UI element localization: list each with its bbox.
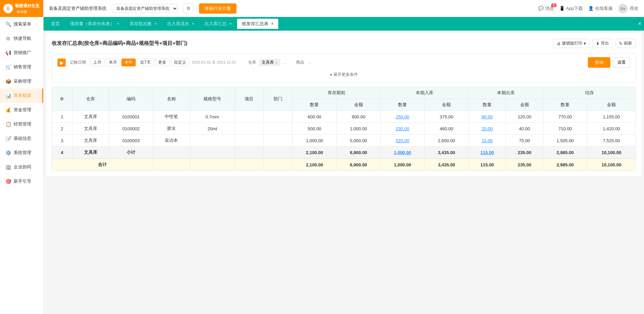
- sidebar-item-label: 搜索菜单: [14, 21, 31, 27]
- row-out-qty[interactable]: 20.00: [468, 123, 506, 135]
- tabbar: 首页 现存量（库存分布表） × 库存批次账 × 出入库流水 × 出入库汇总 × …: [44, 17, 644, 31]
- goods-more[interactable]: ...: [308, 60, 311, 65]
- tab-batch-ledger-label: 库存批次账: [130, 21, 152, 27]
- col-project-header: 项目: [235, 87, 264, 111]
- subtotal-warehouse: 文具库: [72, 147, 109, 159]
- sidebar-item-basic-info[interactable]: 📝 基础信息: [0, 131, 43, 146]
- sidebar-item-purchase[interactable]: 📦 采购管理: [0, 74, 43, 88]
- tab-batch-ledger[interactable]: 库存批次账 ×: [125, 19, 162, 29]
- phone-icon: 📱: [559, 6, 565, 11]
- export-button[interactable]: ⬇ 导出: [592, 39, 613, 48]
- total-col5: [190, 159, 235, 171]
- sidebar-item-operation[interactable]: 📋 经营管理: [0, 117, 43, 131]
- tab-close-icon[interactable]: ×: [117, 21, 119, 26]
- row-project: [235, 135, 264, 147]
- subtotal-in-amt: 3,435.00: [425, 147, 468, 159]
- row-in-qty[interactable]: 250.00: [380, 111, 424, 123]
- inventory-icon: 📊: [5, 93, 11, 98]
- topbar-settings-button[interactable]: ⚙: [183, 3, 194, 14]
- col-settings-header[interactable]: ⚙: [52, 87, 72, 111]
- query-button[interactable]: 查询: [588, 57, 610, 68]
- date-btn-custom[interactable]: 自定义: [171, 59, 189, 66]
- tab-close-icon[interactable]: ×: [192, 21, 194, 26]
- sidebar-item-guide[interactable]: 🎯 新手引导: [0, 174, 43, 188]
- sidebar-item-marketing[interactable]: 📢 营销推广: [0, 46, 43, 60]
- online-service[interactable]: 👤 在线客服: [588, 5, 613, 12]
- row-out-qty[interactable]: 15.00: [468, 135, 506, 147]
- tab-close-icon[interactable]: ×: [154, 21, 157, 26]
- warehouse-more[interactable]: ...: [283, 60, 286, 65]
- col-period-out-header: 本期出库: [468, 87, 543, 99]
- subtotal-bal-qty: 2,985.00: [543, 147, 587, 159]
- subtotal-spec: [153, 147, 190, 159]
- app-download[interactable]: 📱 App下载: [559, 5, 583, 12]
- filter-row-1: ▶ 记账日期 上月 本月 本年 近7天 更多 自定义 2023-01-01 至 …: [57, 57, 630, 68]
- subtotal-out-qty[interactable]: 115.00: [468, 147, 506, 159]
- row-no: 2: [52, 123, 72, 135]
- message-icon: 💬: [538, 6, 544, 11]
- row-out-qty[interactable]: 80.00: [468, 111, 506, 123]
- row-code: 0100001: [109, 111, 153, 123]
- total-col7: [264, 159, 293, 171]
- system-select[interactable]: 装备及固定资产辅助管理系统: [112, 4, 178, 13]
- tab-inventory-dist[interactable]: 现存量（库存分布表） ×: [65, 19, 124, 29]
- tab-home[interactable]: 首页: [46, 19, 65, 29]
- trial-button[interactable]: 体验行业方案: [199, 3, 236, 14]
- table-container: ⚙ 仓库 编码 名称 规格型号 项目 部门 库存期初 本期入库 本期出库 结存: [52, 87, 636, 171]
- col-warehouse-header: 仓库: [72, 87, 109, 111]
- date-btn-more[interactable]: 更多: [155, 59, 169, 66]
- expand-more-row[interactable]: ▾ 展开更多条件: [57, 70, 630, 79]
- sidebar-item-quick-nav[interactable]: ⊙ 快捷导航: [0, 31, 43, 46]
- tab-close-icon[interactable]: ×: [271, 21, 274, 26]
- date-btn-last-month[interactable]: 上月: [90, 59, 104, 66]
- sidebar-item-label: 采购管理: [14, 78, 31, 84]
- goods-filter: 商品 ...: [296, 60, 312, 65]
- topbar-right: 💬 消息 6 📱 App下载 👤 在线客服 Ea 用友: [538, 4, 639, 13]
- header-row-1: ⚙ 仓库 编码 名称 规格型号 项目 部门 库存期初 本期入库 本期出库 结存: [52, 87, 636, 99]
- message-badge[interactable]: 💬 消息 6: [538, 5, 554, 12]
- sidebar-item-search-menu[interactable]: 🔍 搜索菜单: [0, 17, 43, 31]
- subtotal-row: 4 文具库 小计 2,100.00 6,900.00 1,000.00 3,43…: [52, 147, 636, 159]
- service-icon: 👤: [588, 6, 594, 11]
- operation-icon: 📋: [5, 121, 11, 127]
- row-dept: [264, 135, 293, 147]
- col-code-header: 编码: [109, 87, 153, 111]
- subtotal-no: 4: [52, 147, 72, 159]
- row-out-amt: 75.00: [506, 135, 543, 147]
- table-row: 3 文具库 0100003 采访本 1,000.00 5,000.00 520.…: [52, 135, 636, 147]
- filter-expand-button[interactable]: ▶: [57, 59, 66, 67]
- row-bal-amt: 1,420.00: [587, 123, 636, 135]
- print-button[interactable]: 🖨 拨锁版打印 ▾: [553, 39, 590, 48]
- date-btn-7days[interactable]: 近7天: [137, 59, 154, 66]
- total-in-qty: 1,000.00: [380, 159, 424, 171]
- table-row: 2 文具库 0100002 胶水 20ml 500.00 1,000.00 23…: [52, 123, 636, 135]
- tab-in-out-flow[interactable]: 出入库流水 ×: [162, 19, 199, 29]
- sidebar-item-finance[interactable]: 💰 资金管理: [0, 103, 43, 117]
- sidebar-item-label: 销售管理: [14, 64, 31, 70]
- search-icon: 🔍: [5, 21, 11, 27]
- col-begin-qty-header: 数量: [293, 99, 336, 111]
- row-out-amt: 40.00: [506, 123, 543, 135]
- date-btn-this-month[interactable]: 本月: [106, 59, 120, 66]
- user-area[interactable]: Ea 用友: [618, 4, 639, 13]
- tab-in-out-summary[interactable]: 出入库汇总 ×: [200, 19, 236, 29]
- expand-down-icon: ▾: [330, 72, 332, 77]
- refresh-button[interactable]: ↻ 刷新: [615, 39, 636, 48]
- date-btn-this-year[interactable]: 本年: [121, 59, 136, 66]
- sales-icon: 🛒: [5, 64, 11, 70]
- sidebar-item-system[interactable]: ⚙️ 系统管理: [0, 146, 43, 160]
- subtotal-in-qty[interactable]: 1,000.00: [380, 147, 424, 159]
- filter-settings-button[interactable]: 设置: [613, 57, 630, 68]
- sidebar-item-sales[interactable]: 🛒 销售管理: [0, 60, 43, 74]
- warehouse-tag-close[interactable]: ×: [275, 61, 277, 65]
- row-in-qty[interactable]: 520.00: [380, 135, 424, 147]
- tab-close-icon[interactable]: ×: [229, 21, 232, 26]
- sidebar-item-label: 库存核算: [14, 93, 31, 99]
- sidebar-item-enterprise[interactable]: 🏢 企业协同: [0, 160, 43, 174]
- sidebar-item-inventory[interactable]: 📊 库存核算: [0, 88, 43, 103]
- row-in-qty[interactable]: 230.00: [380, 123, 424, 135]
- close-all-tabs-button[interactable]: ×: [638, 21, 641, 27]
- tab-stock-summary[interactable]: 收发存汇总表 ×: [237, 19, 278, 29]
- col-period-in-header: 本期入库: [380, 87, 468, 99]
- subtotal-begin-qty: 2,100.00: [293, 147, 336, 159]
